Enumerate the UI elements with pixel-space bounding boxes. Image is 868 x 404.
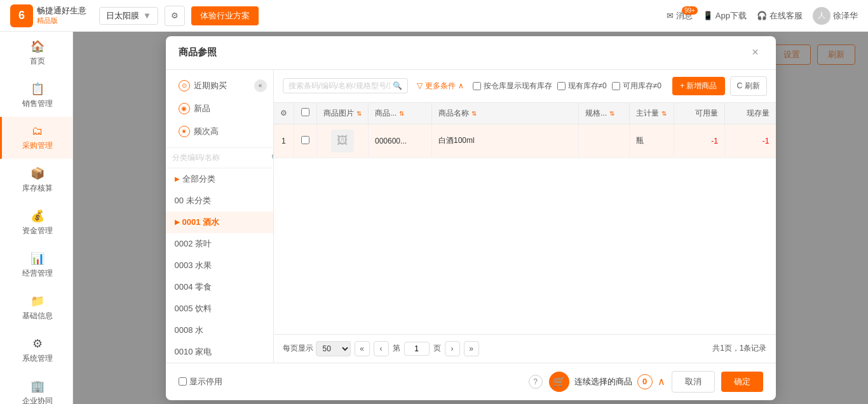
pagination: 每页显示 50 100 200 « ‹ 第 页 [274,334,776,363]
purchase-icon: 🗂 [32,125,43,138]
modal-close-button[interactable]: × [748,45,763,60]
confirm-button[interactable]: 确定 [721,372,763,392]
sidebar-item-capital[interactable]: 💰 资金管理 [0,201,72,244]
cat-item-0004[interactable]: 0004 零食 [166,276,273,298]
category-list: ▶ 全部分类 00 未分类 ▶ 0001 酒水 0002 茶 [166,168,273,363]
th-settings: ⚙ [274,103,294,125]
cat-item-0005[interactable]: 0005 饮料 [166,298,273,320]
product-table: ⚙ 商品图片 ⇅ [274,103,776,158]
row-code: 000600... [369,124,432,158]
by-warehouse-input[interactable] [473,82,481,90]
sidebar-item-operation[interactable]: 📊 经营管理 [0,244,72,286]
inventory-icon: 📦 [31,166,44,180]
table-row[interactable]: 1 🖼 [274,124,776,158]
cat-item-0008[interactable]: 0008 水 [166,320,273,341]
row-stock: -1 [725,124,776,158]
more-filter-button[interactable]: ▽ 更多条件 ∧ [413,78,468,94]
current-stock-input[interactable] [557,82,566,90]
logo-area: 6 畅捷通好生意 精品版 [10,4,86,27]
row-img: 🖼 [317,124,369,158]
product-search-input[interactable] [288,81,390,90]
logo-icon: 6 [10,4,33,27]
cat-item-all[interactable]: ▶ 全部分类 [166,168,273,190]
cat-item-0003[interactable]: 0003 水果 [166,255,273,276]
logo-text: 畅捷通好生意 [37,6,86,17]
online-service-nav-item[interactable]: 🎧 在线客服 [757,10,803,22]
available-stock-checkbox[interactable]: 可用库存≠0 [612,81,661,91]
cat-all-arrow-icon: ▶ [175,175,180,182]
sidebar-item-purchase[interactable]: 🗂 采购管理 [0,117,72,159]
sidebar-item-basic[interactable]: 📁 基础信息 [0,286,72,329]
gear-icon: ⚙ [171,11,179,20]
show-disabled-input[interactable] [179,377,187,386]
recent-icon: ⊙ [179,80,190,91]
user-nav-item[interactable]: 人 徐泽华 [813,7,858,25]
nav-gear-button[interactable]: ⚙ [165,6,185,26]
sales-icon: 📋 [31,82,44,96]
th-spec: 规格... ⇅ [579,103,630,125]
row-spec [579,124,630,158]
cart-icon[interactable]: 🛒 [549,372,569,392]
cat-item-0002[interactable]: 0002 茶叶 [166,233,273,255]
sidebar-item-home[interactable]: 🏠 首页 [0,32,72,74]
sidebar-item-sales[interactable]: 📋 销售管理 [0,74,72,117]
product-search-icon[interactable]: 🔍 [393,81,402,90]
row-select-checkbox[interactable] [301,136,309,144]
modal-body: ⊙ 近期购买 « ◉ 新品 ★ 频次高 [166,70,776,363]
page-number-input[interactable] [404,342,430,356]
help-button[interactable]: ? [529,375,543,389]
current-stock-checkbox[interactable]: 现有库存≠0 [557,81,607,91]
next-page-button[interactable]: › [445,341,460,356]
sidebar-item-system[interactable]: ⚙ 系统管理 [0,329,72,372]
total-info: 共1页，1条记录 [712,343,766,354]
add-product-button[interactable]: + 新增商品 [672,77,724,95]
message-badge: 99+ [682,6,698,15]
by-warehouse-checkbox[interactable]: 按仓库显示现有库存 [473,81,552,91]
collapse-panel-button[interactable]: « [254,79,267,92]
cat-item-0001[interactable]: ▶ 0001 酒水 [166,212,273,233]
trial-button[interactable]: 体验行业方案 [191,6,259,25]
table-body: 1 🖼 [274,124,776,158]
available-stock-input[interactable] [612,82,620,90]
name-sort-icon: ⇅ [471,110,477,117]
spec-sort-icon: ⇅ [609,110,614,117]
cart-collapse-icon[interactable]: ∧ [658,375,665,387]
home-icon: 🏠 [31,39,44,53]
filter-funnel-icon: ▽ [417,81,423,90]
cart-symbol: 🛒 [553,375,566,387]
product-table-wrap: ⚙ 商品图片 ⇅ [274,103,776,334]
per-page-select: 每页显示 50 100 200 [283,341,351,356]
messages-nav-item[interactable]: ✉ 消息 99+ [667,10,693,22]
avatar: 人 [813,7,831,25]
cancel-button[interactable]: 取消 [672,371,715,393]
sidebar-item-inventory[interactable]: 📦 库存核算 [0,159,72,201]
per-page-dropdown[interactable]: 50 100 200 [316,341,351,356]
show-disabled-checkbox[interactable]: 显示停用 [179,376,222,387]
product-image: 🖼 [331,130,354,152]
th-check [294,103,317,125]
refresh-button[interactable]: C 刷新 [730,76,767,96]
quick-filter-frequent[interactable]: ★ 频次高 [172,122,267,141]
cat-item-0010[interactable]: 0010 家电 [166,341,273,363]
quick-filter-new[interactable]: ◉ 新品 [172,99,267,118]
row-avail: -1 [674,124,725,158]
modal-right-panel: 🔍 ▽ 更多条件 ∧ 按仓库显示现有库存 [274,70,776,363]
message-icon: ✉ [667,11,674,20]
modal-overlay: 商品参照 × ⊙ 近期购买 « [73,32,868,404]
unit-sort-icon: ⇅ [661,110,667,117]
first-page-button[interactable]: « [355,341,370,356]
logo-sub: 精品版 [37,16,86,25]
img-sort-icon: ⇅ [356,110,362,117]
sidebar-item-enterprise[interactable]: 🏢 企业协同 [0,372,72,404]
last-page-button[interactable]: » [464,341,479,356]
cart-label: 连续选择的商品 [574,376,632,387]
app-download-nav-item[interactable]: 📱 App下载 [703,10,747,22]
cat-item-00[interactable]: 00 未分类 [166,190,273,212]
product-search-box: 🔍 [283,78,408,93]
category-search-input[interactable] [172,153,268,162]
prev-page-button[interactable]: ‹ [374,341,389,356]
quick-filter-recent[interactable]: ⊙ 近期购买 [172,76,233,95]
nav-store-select[interactable]: 日太阳膜 ▼ [99,7,158,25]
column-settings-icon[interactable]: ⚙ [280,109,287,118]
select-all-checkbox[interactable] [301,108,309,116]
